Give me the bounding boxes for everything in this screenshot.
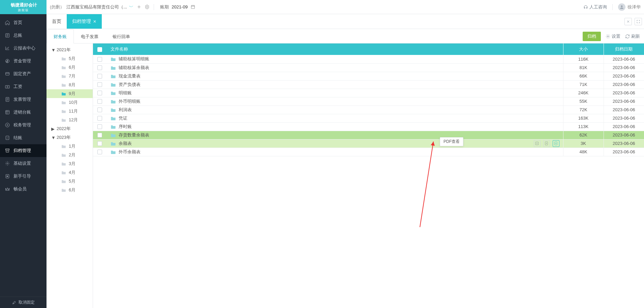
sidebar-item-4[interactable]: 固定资产 [0, 67, 47, 80]
col-checkbox [93, 43, 106, 55]
user-menu[interactable]: 徐泽华 [618, 3, 641, 11]
tree-month-0-4[interactable]: 9月 [47, 89, 93, 98]
tree-month-0-3[interactable]: 8月 [47, 81, 93, 89]
svg-rect-8 [6, 136, 9, 140]
row-checkbox[interactable] [97, 141, 102, 146]
tab-close-icon[interactable] [624, 18, 632, 25]
pdf-download-icon[interactable] [543, 140, 550, 147]
tree-month-0-2[interactable]: 7月 [47, 72, 93, 81]
pdf-view-icon[interactable] [553, 140, 559, 147]
table-row[interactable]: 外币明细账55K2023-06-06 [93, 97, 644, 105]
row-checkbox[interactable] [97, 82, 102, 87]
sidebar-pin-toggle[interactable]: 取消固定 [0, 297, 47, 308]
salary-icon [5, 84, 10, 89]
folder-icon [61, 162, 66, 166]
sidebar-item-13[interactable]: 畅会员 [0, 183, 47, 195]
row-checkbox[interactable] [97, 74, 102, 79]
tree-month-2-2[interactable]: 3月 [47, 159, 93, 168]
tree-month-2-1[interactable]: 2月 [47, 151, 93, 159]
excel-download-icon[interactable] [534, 140, 541, 147]
sidebar-item-10[interactable]: 归档管理 [0, 144, 47, 157]
page-tab-0[interactable]: 首页 [47, 14, 67, 29]
table-row[interactable]: 存货数量余额表62K2023-06-06 [93, 131, 644, 139]
page-tabs: 首页归档管理✕ [47, 14, 644, 29]
cell-date: 2023-06-06 [604, 105, 644, 114]
row-checkbox[interactable] [97, 133, 102, 137]
add-icon[interactable] [136, 4, 142, 10]
period-value[interactable]: 2021-09 [172, 4, 188, 9]
archive-button[interactable]: 归档 [583, 32, 601, 41]
folder-icon [111, 82, 116, 87]
tree-month-0-6[interactable]: 11月 [47, 107, 93, 116]
settings-icon[interactable] [144, 4, 150, 10]
folder-icon [61, 92, 66, 96]
table-row[interactable]: 外币余额表48K2023-06-06 [93, 148, 644, 156]
table-row[interactable]: 明细账246K2023-06-06 [93, 89, 644, 97]
sub-tab-2[interactable]: 银行回单 [105, 29, 137, 43]
cell-size: 48K [563, 148, 604, 156]
tree-month-0-7[interactable]: 12月 [47, 116, 93, 124]
tree-year-2[interactable]: ▼2023年 [47, 133, 93, 142]
sidebar-item-0[interactable]: 首页 [0, 16, 47, 29]
company-selector[interactable]: (勿删） 江西服宝精品有限责任公司（... ﹀ [50, 4, 133, 10]
refresh-link[interactable]: 刷新 [625, 33, 640, 39]
tree-year-0[interactable]: ▼2021年 [47, 45, 93, 54]
tree-month-2-3[interactable]: 4月 [47, 168, 93, 177]
tree-month-0-0[interactable]: 5月 [47, 54, 93, 63]
table-row[interactable]: 辅助核算余额表81K2023-06-06 [93, 63, 644, 72]
sidebar-item-8[interactable]: 税务管理 [0, 119, 47, 131]
table-row[interactable]: 余额表 3K2023-06-06 [93, 139, 644, 148]
tree-month-0-1[interactable]: 6月 [47, 63, 93, 72]
table-row[interactable]: 资产负债表71K2023-06-06 [93, 80, 644, 89]
folder-icon [61, 74, 66, 78]
row-checkbox[interactable] [97, 57, 102, 62]
sidebar-item-2[interactable]: 云报表中心 [0, 42, 47, 55]
tree-month-2-5[interactable]: 6月 [47, 186, 93, 194]
cell-size: 81K [563, 63, 604, 72]
cell-size: 113K [563, 122, 604, 131]
row-checkbox[interactable] [97, 107, 102, 112]
cell-size: 62K [563, 131, 604, 139]
cell-size: 116K [563, 55, 604, 63]
sidebar-item-7[interactable]: 进销台账 [0, 106, 47, 119]
sub-tab-0[interactable]: 财务账 [47, 29, 74, 43]
tree-year-1[interactable]: ▶2022年 [47, 124, 93, 133]
sidebar-item-label: 畅会员 [13, 186, 27, 192]
row-checkbox[interactable] [97, 65, 102, 70]
tree-month-2-0[interactable]: 1月 [47, 142, 93, 151]
calendar-icon[interactable] [190, 4, 196, 10]
row-checkbox[interactable] [97, 124, 102, 129]
sidebar-item-11[interactable]: 基础设置 [0, 157, 47, 170]
sidebar-item-12[interactable]: 新手引导 [0, 170, 47, 183]
sidebar-item-3[interactable]: 资金管理 [0, 55, 47, 67]
close-icon[interactable]: ✕ [93, 19, 96, 24]
select-all-checkbox[interactable] [97, 47, 102, 52]
row-checkbox[interactable] [97, 99, 102, 104]
cell-name: 外币明细账 [106, 97, 563, 105]
table-row[interactable]: 辅助核算明细账116K2023-06-06 [93, 55, 644, 63]
page-tab-1[interactable]: 归档管理✕ [67, 14, 102, 29]
sub-tab-1[interactable]: 电子发票 [74, 29, 105, 43]
pdf-view-tooltip: PDF查看 [440, 137, 463, 146]
cell-name: 辅助核算余额表 [106, 63, 563, 72]
folder-icon [61, 118, 66, 122]
row-checkbox[interactable] [97, 116, 102, 121]
sidebar-item-1[interactable]: 总账 [0, 29, 47, 42]
sidebar-item-6[interactable]: 发票管理 [0, 93, 47, 106]
sidebar-item-5[interactable]: 工资 [0, 80, 47, 93]
tree-month-0-5[interactable]: 10月 [47, 98, 93, 107]
row-checkbox[interactable] [97, 91, 102, 95]
settings-link[interactable]: 设置 [606, 33, 620, 39]
tree-month-2-4[interactable]: 5月 [47, 177, 93, 186]
sidebar-item-label: 基础设置 [13, 160, 31, 166]
folder-icon [111, 107, 116, 112]
human-consult[interactable]: 人工咨询 [583, 4, 607, 10]
folder-icon [61, 109, 66, 113]
fullscreen-icon[interactable] [635, 18, 642, 25]
table-row[interactable]: 凭证163K2023-06-06 [93, 114, 644, 122]
table-row[interactable]: 序时账113K2023-06-06 [93, 122, 644, 131]
row-checkbox[interactable] [97, 150, 102, 154]
sidebar-item-9[interactable]: 结账 [0, 131, 47, 144]
table-row[interactable]: 利润表72K2023-06-06 [93, 105, 644, 114]
table-row[interactable]: 现金流量表66K2023-06-06 [93, 72, 644, 80]
